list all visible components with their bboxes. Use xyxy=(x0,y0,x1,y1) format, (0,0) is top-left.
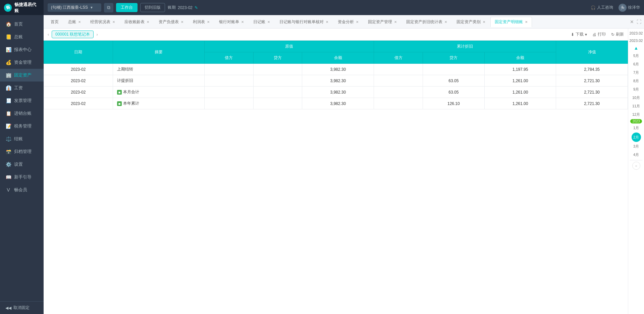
sidebar-item-报表中心[interactable]: 📊报表中心 xyxy=(0,43,44,56)
tab-label: 固定资产类别 xyxy=(457,19,481,25)
right-panel-month-2月[interactable]: 2月 xyxy=(632,133,641,142)
tab-close-icon[interactable]: ✕ xyxy=(147,20,149,24)
sidebar-item-结账[interactable]: ⚖️结账 xyxy=(0,133,44,145)
tab-close-icon[interactable]: ✕ xyxy=(394,20,397,24)
right-panel-up[interactable]: ▲ xyxy=(633,45,639,51)
sidebar-item-发票管理[interactable]: 🧾发票管理 xyxy=(0,94,44,107)
tab-close-icon[interactable]: ✕ xyxy=(207,20,210,24)
sidebar-item-畅会员[interactable]: V畅会员 xyxy=(0,184,44,196)
tab-利润表[interactable]: 利润表✕ xyxy=(189,17,214,27)
sidebar-icon: 📋 xyxy=(5,111,11,116)
cell-orig-balance: 3,982.30 xyxy=(302,87,374,98)
sidebar-item-工资[interactable]: 👔工资 xyxy=(0,82,44,94)
tab-close-icon[interactable]: ✕ xyxy=(112,20,115,24)
copy-button[interactable]: ⧉ xyxy=(104,3,113,12)
tab-label: 日记账 xyxy=(253,19,265,25)
tab-close-icon[interactable]: ✕ xyxy=(356,20,359,24)
sidebar-item-首页[interactable]: 🏠首页 xyxy=(0,18,44,31)
company-dropdown-icon: ▼ xyxy=(90,6,93,9)
refresh-icon: ↻ xyxy=(611,32,614,37)
tab-固定资产折旧统计表[interactable]: 固定资产折旧统计表✕ xyxy=(402,17,451,27)
refresh-button[interactable]: ↻ 刷新 xyxy=(611,32,624,37)
tab-资金分析[interactable]: 资金分析✕ xyxy=(333,17,363,27)
tab-首页[interactable]: 首页 xyxy=(46,17,63,27)
tab-总账[interactable]: 总账✕ xyxy=(64,17,85,27)
tab-label: 银行对账单 xyxy=(219,19,239,25)
period-value: 2023-02 xyxy=(178,5,193,10)
workbench-button[interactable]: 工作台 xyxy=(116,3,138,12)
sidebar-item-新手引导[interactable]: 📖新手引导 xyxy=(0,171,44,184)
cell-summary: ■本年累计 xyxy=(113,98,204,109)
sidebar-item-总账[interactable]: 📒总账 xyxy=(0,31,44,43)
tab-maximize-icon[interactable]: ⛶ xyxy=(637,19,641,24)
tab-close-icon[interactable]: ✕ xyxy=(241,20,244,24)
tab-close-icon[interactable]: ✕ xyxy=(181,20,183,24)
company-selector[interactable]: (勾稽) 江西服垂-LSS ▼ xyxy=(48,3,101,12)
sidebar-item-设置[interactable]: ⚙️设置 xyxy=(0,158,44,171)
asset-nav-prev[interactable]: ‹ xyxy=(48,32,49,37)
print-button[interactable]: 🖨 打印 xyxy=(592,32,606,37)
sidebar-item-固定资产[interactable]: 🏢固定资产 xyxy=(0,69,44,82)
tab-close-all-icon[interactable]: ✕ xyxy=(630,19,634,24)
right-panel-month-10月[interactable]: 10月 xyxy=(628,94,644,102)
cell-net-value: 2,721.30 xyxy=(556,98,628,109)
app-title: 畅捷通易代账 xyxy=(14,2,40,14)
download-button[interactable]: ⬇ 下载 ▾ xyxy=(571,32,587,37)
cell-orig-debit xyxy=(204,64,253,75)
sidebar-item-税务管理[interactable]: 📝税务管理 xyxy=(0,120,44,133)
right-panel-year-2023[interactable]: 2023.02 xyxy=(628,37,644,44)
sidebar-icon: 💰 xyxy=(5,60,11,65)
right-panel-month-12月[interactable]: 12月 xyxy=(628,111,644,118)
right-panel-circle[interactable]: ○ xyxy=(632,162,640,170)
right-panel-year-top[interactable]: 2023.02 xyxy=(628,30,644,37)
asset-tag[interactable]: 000001 联想笔记本 xyxy=(52,31,94,38)
tab-经营状况表[interactable]: 经营状况表✕ xyxy=(86,17,119,27)
sidebar-item-归档管理[interactable]: 🗃️归档管理 xyxy=(0,145,44,158)
tab-close-icon[interactable]: ✕ xyxy=(78,20,81,24)
tab-资产负债表[interactable]: 资产负债表✕ xyxy=(154,17,188,27)
tab-日记账与银行对账单核对[interactable]: 日记账与银行对账单核对✕ xyxy=(275,17,333,27)
tab-close-icon[interactable]: ✕ xyxy=(326,20,328,24)
tab-close-icon[interactable]: ✕ xyxy=(444,20,447,24)
th-original-value: 原值 xyxy=(204,41,374,52)
asset-nav-more[interactable]: › xyxy=(96,32,98,37)
tab-日记账[interactable]: 日记账✕ xyxy=(249,17,274,27)
cell-orig-balance: 3,982.30 xyxy=(302,64,374,75)
right-panel-month-5月[interactable]: 5月 xyxy=(628,52,644,60)
period-edit-icon[interactable]: ✎ xyxy=(195,5,198,10)
sidebar-icon: 🏠 xyxy=(5,21,11,27)
sidebar-icon: 👔 xyxy=(5,85,11,91)
right-panel-month-1月[interactable]: 1月 xyxy=(628,124,644,132)
right-panel-year-badge[interactable]: 2023 xyxy=(630,119,642,123)
sidebar-label: 发票管理 xyxy=(14,98,32,104)
tab-固定资产明细账[interactable]: 固定资产明细账✕ xyxy=(490,17,532,27)
row-badge: ■ xyxy=(117,90,122,95)
support-button[interactable]: 🎧 人工咨询 xyxy=(591,5,613,10)
right-panel-month-7月[interactable]: 7月 xyxy=(628,69,644,76)
cell-accum-debit xyxy=(374,64,423,75)
tab-close-icon[interactable]: ✕ xyxy=(267,20,270,24)
sidebar-item-资金管理[interactable]: 💰资金管理 xyxy=(0,56,44,69)
right-panel-month-6月[interactable]: 6月 xyxy=(628,60,644,68)
tab-固定资产管理[interactable]: 固定资产管理✕ xyxy=(364,17,401,27)
old-version-button[interactable]: 切到旧版 xyxy=(140,3,165,12)
right-panel-month-11月[interactable]: 11月 xyxy=(628,102,644,110)
cell-orig-balance: 3,982.30 xyxy=(302,75,374,87)
tab-close-icon[interactable]: ✕ xyxy=(525,20,528,24)
sidebar-logo: 畅 畅捷通易代账 xyxy=(0,0,44,15)
right-panel-month-3月[interactable]: 3月 xyxy=(628,143,644,150)
right-panel-month-9月[interactable]: 9月 xyxy=(628,86,644,93)
sidebar-unpin[interactable]: ◀◀ 取消固定 xyxy=(0,301,44,314)
cell-orig-credit xyxy=(253,64,302,75)
support-icon: 🎧 xyxy=(591,5,596,10)
tab-应收账龄表[interactable]: 应收账龄表✕ xyxy=(120,17,154,27)
cell-accum-credit: 126.10 xyxy=(423,98,484,109)
sidebar-item-进销台账[interactable]: 📋进销台账 xyxy=(0,107,44,120)
right-panel-month-4月[interactable]: 4月 xyxy=(628,151,644,159)
tab-固定资产类别[interactable]: 固定资产类别✕ xyxy=(452,17,490,27)
user-menu[interactable]: 头 徐泽华 xyxy=(619,4,640,12)
right-panel-month-8月[interactable]: 8月 xyxy=(628,77,644,85)
tab-银行对账单[interactable]: 银行对账单✕ xyxy=(215,17,248,27)
summary-text: 计提折旧 xyxy=(117,78,133,83)
tab-close-icon[interactable]: ✕ xyxy=(483,20,485,24)
